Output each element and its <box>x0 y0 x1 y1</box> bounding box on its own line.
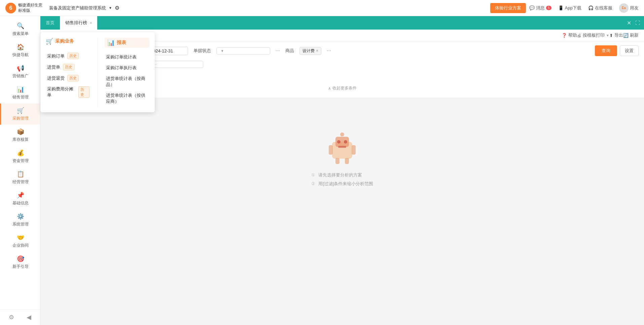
purchase-dropdown-menu: 🛒 采购业务 采购订单 历史 进货单 历史 进货退货 历史 <box>40 32 155 112</box>
export-btn[interactable]: ⬆ 导出 <box>609 32 623 38</box>
sidebar-item-sales[interactable]: 📊 销售管理 <box>0 82 40 104</box>
empty-tip-2: ② 用[过滤]条件来缩小分析范围 <box>311 179 373 188</box>
menu-item-report-2[interactable]: 进货单统计表（按商品） <box>105 73 150 90</box>
goods-label: 商品 <box>285 48 294 54</box>
help-icon: ❓ <box>562 33 567 38</box>
inventory-icon: 📦 <box>17 128 24 135</box>
refresh-btn[interactable]: 🔄 刷新 <box>623 32 639 38</box>
logo-text: 畅捷通好生意 标准版 <box>18 3 42 13</box>
sidebar-item-search[interactable]: 🔍 搜索菜单 <box>0 19 40 40</box>
purchase-icon: 🛒 <box>17 107 24 114</box>
sidebar-item-nav[interactable]: 🏠 快捷导航 <box>0 40 40 61</box>
message-item[interactable]: 💬 消息 5 <box>529 5 551 11</box>
basic-icon: 📌 <box>17 192 24 199</box>
sales-icon: 📊 <box>17 86 24 93</box>
svg-rect-7 <box>335 158 339 164</box>
menu-item-report-3[interactable]: 进货单统计表（按供应商） <box>105 90 150 107</box>
home-icon: 🏠 <box>17 43 24 51</box>
query-button[interactable]: 查询 <box>595 45 617 56</box>
message-badge: 5 <box>546 6 551 10</box>
tab-expand-icon[interactable]: ⛶ <box>635 20 640 26</box>
export-icon: ⬆ <box>609 33 613 38</box>
sidebar-item-finance[interactable]: 💰 资金管理 <box>0 146 40 167</box>
sidebar-item-guide[interactable]: 🎯 新手引导 <box>0 252 40 273</box>
marketing-icon: 📢 <box>17 65 24 72</box>
print-icon: 🖨 <box>577 33 581 38</box>
hist-badge-1: 历史 <box>63 64 74 70</box>
report-section: 📊 报表 采购订单统计表 采购订单执行表 进货单统计表（按商品） 进货单统计表（… <box>99 38 155 107</box>
sidebar-item-enterprise[interactable]: 🤝 企业协同 <box>0 231 40 252</box>
doc-status-arrow: ▼ <box>221 49 224 53</box>
enterprise-icon: 🤝 <box>17 234 24 241</box>
empty-state: ① 请先选择要分析的方案 ② 用[过滤]条件来缩小分析范围 <box>40 98 644 215</box>
sidebar-item-purchase[interactable]: 🛒 采购管理 <box>0 104 40 125</box>
search-icon: 🔍 <box>17 22 24 30</box>
sidebar-item-operation[interactable]: 📋 经营管理 <box>0 167 40 188</box>
tab-close-icon[interactable]: × <box>90 21 92 25</box>
collapse-button[interactable]: ∧ 收起更多条件 <box>328 85 357 91</box>
title-settings-icon[interactable]: ⚙ <box>115 5 119 11</box>
menu-item-purchase-order[interactable]: 采购订单 历史 <box>46 50 91 62</box>
menu-item-inbound[interactable]: 进货单 历史 <box>46 62 91 73</box>
tab-home[interactable]: 首页 <box>40 16 60 30</box>
title-dropdown-arrow[interactable]: ▼ <box>109 6 112 10</box>
main-layout: 🔍 搜索菜单 🏠 快捷导航 📢 营销推广 📊 销售管理 🛒 采购管理 📦 <box>0 16 644 325</box>
purchase-section-title: 🛒 采购业务 <box>46 38 91 46</box>
sidebar-item-inventory[interactable]: 📦 库存核算 <box>0 125 40 146</box>
svg-rect-4 <box>338 146 346 148</box>
user-item[interactable]: Ea 用友 <box>619 3 639 13</box>
collapse-icon: ∧ <box>328 86 331 91</box>
app-download-item[interactable]: 📱 App下载 <box>558 5 581 11</box>
menu-item-report-0[interactable]: 采购订单统计表 <box>105 52 150 63</box>
top-bar: 6 畅捷通好生意 标准版 装备及固定资产辅助管理系统 ▼ ⚙ 体验行业方案 💬 … <box>0 0 644 16</box>
menu-item-purchase-cost[interactable]: 采购费用分摊单 历史 <box>46 84 91 100</box>
goods-tag: 设计费 × <box>299 47 321 55</box>
tab-window-close-icon[interactable]: ✕ <box>627 20 631 26</box>
operation-icon: 📋 <box>17 170 24 178</box>
guide-icon: 🎯 <box>17 255 24 262</box>
settings-button[interactable]: 设置 <box>620 45 639 56</box>
sidebar-bottom: ⚙ ◀ <box>0 309 40 325</box>
menu-divider <box>98 38 98 107</box>
online-service-item[interactable]: 🎧 在线客服 <box>588 5 612 11</box>
system-title: 装备及固定资产辅助管理系统 ▼ ⚙ <box>49 5 487 11</box>
system-icon: ⚙️ <box>17 213 24 220</box>
doc-status-ellipsis[interactable]: ··· <box>276 48 280 54</box>
doc-status-label: 单据状态 <box>193 48 211 54</box>
salesperson-select[interactable]: ··· <box>149 61 203 68</box>
empty-icon <box>322 125 362 165</box>
report-section-title: 📊 报表 <box>105 38 150 48</box>
menu-item-inbound-return[interactable]: 进货退货 历史 <box>46 73 91 84</box>
sidebar-item-marketing[interactable]: 📢 营销推广 <box>0 61 40 82</box>
empty-tips: ① 请先选择要分析的方案 ② 用[过滤]条件来缩小分析范围 <box>311 171 373 188</box>
tab-sales-rank[interactable]: 销售排行榜 × <box>60 16 97 30</box>
logo-icon: 6 <box>5 3 16 13</box>
avatar: Ea <box>619 3 629 13</box>
refresh-icon: 🔄 <box>623 33 629 38</box>
sidebar-settings-icon[interactable]: ⚙ <box>9 314 14 321</box>
doc-status-select[interactable]: ▼ <box>216 47 270 54</box>
purchase-section: 🛒 采购业务 采购订单 历史 进货单 历史 进货退货 历史 <box>40 38 96 107</box>
sidebar-item-system[interactable]: ⚙️ 系统管理 <box>0 209 40 231</box>
message-icon: 💬 <box>529 5 535 10</box>
template-print-btn[interactable]: 🖨 按模板打印 ▼ <box>577 32 609 38</box>
industry-button[interactable]: 体验行业方案 <box>490 3 526 13</box>
svg-rect-5 <box>329 145 333 155</box>
sidebar-collapse-icon[interactable]: ◀ <box>27 314 31 321</box>
phone-icon: 📱 <box>558 5 564 10</box>
svg-point-2 <box>337 140 341 144</box>
empty-tip-1: ① 请先选择要分析的方案 <box>311 171 373 179</box>
svg-rect-8 <box>345 158 349 164</box>
svg-rect-6 <box>352 145 356 155</box>
sidebar: 🔍 搜索菜单 🏠 快捷导航 📢 营销推广 📊 销售管理 🛒 采购管理 📦 <box>0 16 40 325</box>
logo: 6 畅捷通好生意 标准版 <box>5 3 46 13</box>
help-btn[interactable]: ❓ 帮助 <box>562 32 577 38</box>
hist-badge-0: 历史 <box>67 53 79 59</box>
goods-ellipsis[interactable]: ··· <box>327 48 331 54</box>
goods-tag-close[interactable]: × <box>316 48 318 53</box>
svg-point-9 <box>340 132 344 136</box>
svg-point-3 <box>344 140 347 144</box>
menu-item-report-1[interactable]: 采购订单执行表 <box>105 63 150 73</box>
print-dropdown-arrow[interactable]: ▼ <box>606 34 609 37</box>
sidebar-item-basic[interactable]: 📌 基础信息 <box>0 188 40 209</box>
